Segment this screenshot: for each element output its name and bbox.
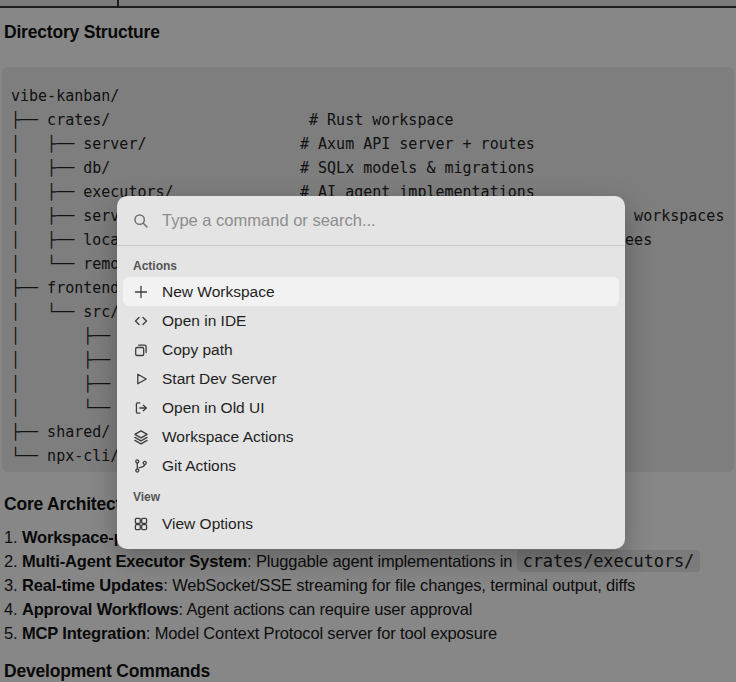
command-item-copy-path[interactable]: Copy path (123, 335, 619, 364)
git-branch-icon (133, 458, 149, 474)
command-item-label: Open in Old UI (162, 399, 265, 417)
command-item-workspace-actions[interactable]: Workspace Actions (123, 422, 619, 451)
command-palette: ActionsNew WorkspaceOpen in IDECopy path… (117, 196, 625, 549)
code-icon (133, 313, 149, 329)
command-item-open-in-old-ui[interactable]: Open in Old UI (123, 393, 619, 422)
command-item-view-options[interactable]: View Options (123, 509, 619, 538)
group-label: View (123, 480, 619, 509)
command-item-new-workspace[interactable]: New Workspace (123, 277, 619, 306)
command-item-label: View Options (162, 515, 253, 533)
command-item-git-actions[interactable]: Git Actions (123, 451, 619, 480)
grid-icon (133, 516, 149, 532)
command-item-start-dev-server[interactable]: Start Dev Server (123, 364, 619, 393)
command-list: ActionsNew WorkspaceOpen in IDECopy path… (117, 246, 625, 538)
search-icon (132, 212, 149, 229)
command-item-label: New Workspace (162, 283, 275, 301)
command-item-label: Workspace Actions (162, 428, 294, 446)
command-item-label: Copy path (162, 341, 233, 359)
command-search-row (117, 196, 625, 246)
plus-icon (133, 284, 149, 300)
command-item-label: Git Actions (162, 457, 236, 475)
command-item-open-in-ide[interactable]: Open in IDE (123, 306, 619, 335)
play-icon (133, 371, 149, 387)
copy-icon (133, 342, 149, 358)
layers-icon (133, 429, 149, 445)
exit-arrow-icon (133, 400, 149, 416)
group-label: Actions (123, 252, 619, 277)
command-item-label: Open in IDE (162, 312, 246, 330)
command-item-label: Start Dev Server (162, 370, 277, 388)
command-search-input[interactable] (160, 210, 610, 231)
